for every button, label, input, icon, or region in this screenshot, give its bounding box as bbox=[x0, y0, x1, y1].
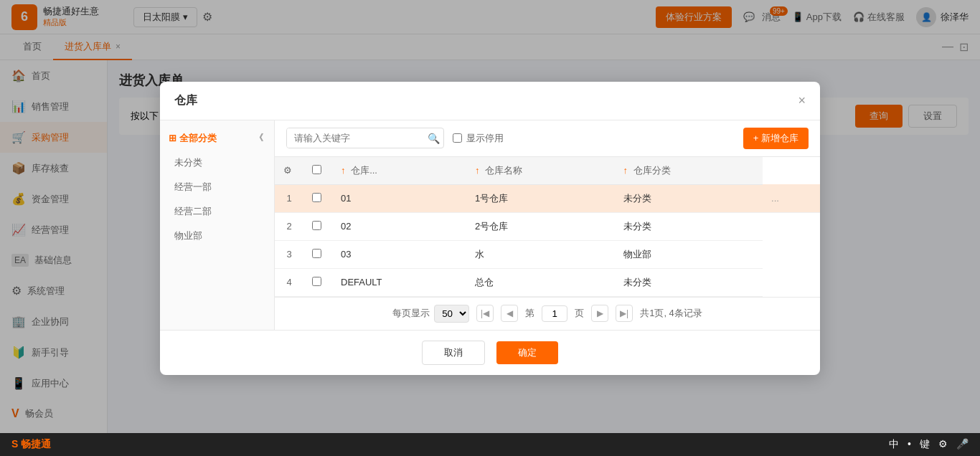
search-button[interactable]: 🔍 bbox=[422, 133, 444, 144]
th-name: ↑ 仓库名称 bbox=[466, 157, 615, 185]
row-name: 1号仓库 bbox=[466, 184, 615, 212]
row-checkbox[interactable] bbox=[303, 184, 332, 212]
dot-icon: • bbox=[908, 438, 911, 451]
mic-icon[interactable]: 🎤 bbox=[956, 438, 969, 451]
row-name: 2号仓库 bbox=[466, 212, 615, 240]
category-ops1[interactable]: 经营一部 bbox=[160, 175, 274, 199]
modal-toolbar: 🔍 显示停用 + 新增仓库 bbox=[275, 120, 820, 157]
all-categories-header[interactable]: ⊞ 全部分类 《 bbox=[160, 126, 274, 151]
row-num: 2 bbox=[275, 212, 303, 240]
row-code: 03 bbox=[332, 240, 466, 268]
per-page-label: 每页显示 bbox=[392, 307, 430, 320]
th-settings: ⚙ bbox=[275, 157, 303, 185]
sort-icon: ↑ bbox=[341, 165, 346, 176]
row-num: 4 bbox=[275, 268, 303, 296]
sort-icon-name: ↑ bbox=[475, 165, 480, 176]
collapse-icon[interactable]: 《 bbox=[253, 132, 265, 145]
search-input-wrap: 🔍 bbox=[286, 128, 444, 148]
settings-icon: ⚙ bbox=[283, 165, 292, 176]
modal-overlay: 仓库 × ⊞ 全部分类 《 未分类 经营一部 bbox=[0, 0, 980, 456]
bottom-logo: S 畅捷通 bbox=[11, 438, 51, 451]
table-row[interactable]: 1 01 1号仓库 未分类 ... bbox=[275, 184, 820, 212]
row-code: 02 bbox=[332, 212, 466, 240]
chinese-icon[interactable]: 中 bbox=[889, 438, 899, 451]
row-category: 未分类 bbox=[615, 184, 763, 212]
next-page-button[interactable]: ▶ bbox=[591, 305, 608, 322]
show-disabled-label[interactable]: 显示停用 bbox=[453, 132, 504, 145]
keyboard-icon[interactable]: 键 bbox=[920, 438, 930, 451]
table-row[interactable]: 3 03 水 物业部 bbox=[275, 240, 820, 268]
category-unclassified[interactable]: 未分类 bbox=[160, 151, 274, 175]
th-checkbox bbox=[303, 157, 332, 185]
th-code: ↑ 仓库... bbox=[332, 157, 466, 185]
modal-actions: 取消 确定 bbox=[160, 330, 820, 375]
modal-main-content: 🔍 显示停用 + 新增仓库 ⚙ bbox=[275, 120, 820, 330]
total-info: 共1页, 4条记录 bbox=[640, 307, 702, 320]
row-actions[interactable]: ... bbox=[763, 184, 820, 212]
per-page-wrap: 每页显示 50 bbox=[392, 305, 469, 323]
warehouse-table: ⚙ ↑ 仓库... ↑ bbox=[275, 157, 820, 297]
row-num: 3 bbox=[275, 240, 303, 268]
table-row[interactable]: 4 DEFAULT 总仓 未分类 bbox=[275, 268, 820, 296]
table-header-row: ⚙ ↑ 仓库... ↑ bbox=[275, 157, 820, 185]
modal-close-button[interactable]: × bbox=[798, 94, 806, 107]
first-page-button[interactable]: |◀ bbox=[476, 305, 494, 322]
sort-icon-cat: ↑ bbox=[623, 165, 628, 176]
pagination: 每页显示 50 |◀ ◀ 第 页 ▶ ▶| 共1页, 4条记录 bbox=[275, 297, 820, 330]
per-page-select[interactable]: 50 bbox=[434, 305, 469, 323]
modal-body: ⊞ 全部分类 《 未分类 经营一部 经营二部 物业部 bbox=[160, 120, 820, 330]
row-category: 未分类 bbox=[615, 212, 763, 240]
row-num: 1 bbox=[275, 184, 303, 212]
grid-icon: ⊞ bbox=[169, 133, 176, 143]
modal-title: 仓库 bbox=[174, 93, 197, 108]
show-disabled-checkbox[interactable] bbox=[453, 133, 462, 143]
confirm-button[interactable]: 确定 bbox=[496, 341, 558, 364]
row-checkbox[interactable] bbox=[303, 268, 332, 296]
modal-header: 仓库 × bbox=[160, 82, 820, 120]
settings2-icon[interactable]: ⚙ bbox=[938, 438, 948, 451]
row-code: DEFAULT bbox=[332, 268, 466, 296]
all-categories-label: 全部分类 bbox=[179, 132, 217, 145]
category-property[interactable]: 物业部 bbox=[160, 224, 274, 248]
cancel-button[interactable]: 取消 bbox=[422, 341, 485, 365]
search-input[interactable] bbox=[287, 128, 422, 148]
th-category: ↑ 仓库分类 bbox=[615, 157, 763, 185]
row-name: 水 bbox=[466, 240, 615, 268]
page-suffix: 页 bbox=[575, 307, 584, 320]
row-category: 物业部 bbox=[615, 240, 763, 268]
prev-page-button[interactable]: ◀ bbox=[501, 305, 518, 322]
row-checkbox[interactable] bbox=[303, 240, 332, 268]
table-row[interactable]: 2 02 2号仓库 未分类 bbox=[275, 212, 820, 240]
row-code: 01 bbox=[332, 184, 466, 212]
modal-category-sidebar: ⊞ 全部分类 《 未分类 经营一部 经营二部 物业部 bbox=[160, 120, 275, 330]
bottom-icons: 中 • 键 ⚙ 🎤 bbox=[889, 438, 969, 451]
add-warehouse-button[interactable]: + 新增仓库 bbox=[743, 128, 809, 149]
select-all-checkbox[interactable] bbox=[312, 165, 321, 174]
row-category: 未分类 bbox=[615, 268, 763, 296]
row-name: 总仓 bbox=[466, 268, 615, 296]
warehouse-modal: 仓库 × ⊞ 全部分类 《 未分类 经营一部 bbox=[160, 82, 820, 375]
bottom-bar: S 畅捷通 中 • 键 ⚙ 🎤 bbox=[0, 433, 980, 456]
category-ops2[interactable]: 经营二部 bbox=[160, 199, 274, 224]
page-label: 第 bbox=[525, 307, 534, 320]
page-input[interactable] bbox=[542, 305, 567, 322]
last-page-button[interactable]: ▶| bbox=[616, 305, 633, 322]
row-checkbox[interactable] bbox=[303, 212, 332, 240]
